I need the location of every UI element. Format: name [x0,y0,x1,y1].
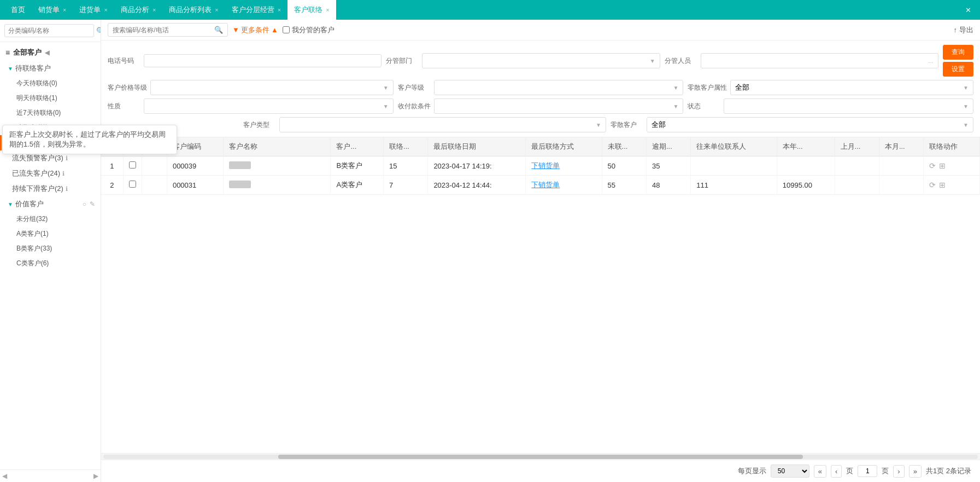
horizontal-scrollbar[interactable] [101,453,980,460]
table-header-row: # ⚙ 客户编码 客户名称 客户... 联络... 最后联络日期 最后联络方式 … [101,137,980,156]
sidebar-item-today[interactable]: 今天待联络(0) [4,76,101,91]
manager-arrow-icon: … [928,58,934,64]
col-unit-contact-header[interactable]: 往来单位联系人 [691,137,777,156]
row2-checkbox[interactable] [129,181,136,188]
col-name-header[interactable]: 客户名称 [223,137,331,156]
info-icon2[interactable]: ℹ [66,155,68,162]
sidebar-collapse-btn[interactable]: ◀ [45,49,49,56]
filter-customer-type-field: 客户类型 ▼ [243,117,606,132]
col-this-year-header[interactable]: 本年... [777,137,835,156]
settings-button[interactable]: 设置 [943,62,973,77]
sidebar-item-churned[interactable]: 已流失客户(24) ℹ [0,166,101,181]
sidebar-nav-right[interactable]: ▶ [93,472,98,480]
dept-select[interactable]: ▼ [422,53,660,68]
edit-icon[interactable]: ○ [83,200,86,208]
nav-home[interactable]: 首页 [4,0,32,20]
row1-unit-contact [691,156,777,176]
col-overdue-header[interactable]: 逾期... [646,137,690,156]
export-button[interactable]: ↑ 导出 [954,25,974,35]
payment-arrow-icon: ▼ [673,103,678,109]
search-icon[interactable]: 🔍 [214,26,223,34]
nav-purchase-order-close[interactable]: × [104,7,107,13]
next-page-btn[interactable]: › [893,465,904,478]
sidebar-item-declining[interactable]: 持续下滑客户(2) ℹ [0,181,101,196]
row2-method-link[interactable]: 下销货单 [531,181,560,189]
sidebar-item-week[interactable]: 近7天待联络(0) [4,106,101,120]
row2-grid-icon[interactable]: ⊞ [939,181,946,189]
nav-customer-contact[interactable]: 客户联络 × [287,0,336,20]
retail-customer-label: 零散客户 [611,120,643,130]
nav-sales-order-close[interactable]: × [63,7,66,13]
triangle-icon: ▼ [8,66,13,72]
scrollbar-track[interactable] [103,455,978,459]
row1-code: 000039 [167,156,223,176]
col-type-header[interactable]: 客户... [331,137,384,156]
nav-product-analysis-list-close[interactable]: × [215,7,218,13]
nav-purchase-order[interactable]: 进货单 × [73,0,114,20]
filter-action-buttons: 查询 设置 [943,45,973,77]
prev-page-btn[interactable]: ‹ [831,465,842,478]
scrollbar-thumb[interactable] [278,455,803,459]
nav-product-analysis-close[interactable]: × [152,7,156,13]
col-last-date-header[interactable]: 最后联络日期 [428,137,526,156]
row2-type: A类客户 [331,176,384,195]
sidebar-item-classA[interactable]: A类客户(1) [4,227,101,241]
payment-select[interactable]: ▼ [434,98,684,114]
first-page-btn[interactable]: « [814,465,826,478]
my-customers-checkbox[interactable] [283,26,290,33]
status-select[interactable]: ▼ [724,98,973,114]
nav-customer-segment[interactable]: 客户分层经营 × [225,0,287,20]
price-level-select[interactable]: ▼ [150,80,394,95]
nav-product-analysis[interactable]: 商品分析 × [114,0,162,20]
search-input[interactable] [113,26,211,34]
row1-num: 1 [101,156,123,176]
col-last-method-header[interactable]: 最后联络方式 [526,137,602,156]
sidebar-item-tomorrow[interactable]: 明天待联络(1) [4,91,101,106]
current-page-input[interactable] [858,465,877,477]
row1-name [223,156,331,176]
filter-manager-field: 分管人员 … [665,53,938,68]
col-last-month-header[interactable]: 上月... [835,137,879,156]
sidebar-all-customers[interactable]: ≡ 全部客户 ◀ [0,44,101,61]
table-area: # ⚙ 客户编码 客户名称 客户... 联络... 最后联络日期 最后联络方式 … [101,137,980,453]
retail-customer-select[interactable]: 全部 ▼ [647,117,973,132]
sidebar-item-classC[interactable]: C类客户(6) [4,256,101,271]
nav-customer-contact-close[interactable]: × [326,7,329,13]
status-arrow-icon: ▼ [963,103,969,109]
nav-sales-order[interactable]: 销货单 × [32,0,73,20]
col-contact-header[interactable]: 联络... [384,137,428,156]
row1-no-contact: 50 [602,156,646,176]
row2-link-icon[interactable]: ⟳ [929,181,936,189]
add-icon[interactable]: ✎ [90,200,95,208]
gender-select[interactable]: ▼ [144,98,394,114]
row1-method-link[interactable]: 下销货单 [531,161,560,170]
per-page-select[interactable]: 50 100 200 [771,464,809,478]
sidebar-search-area: 🔍 [0,20,101,42]
row1-checkbox[interactable] [129,161,136,169]
more-conditions-btn[interactable]: ▼ 更多条件 ▲ [232,25,278,35]
nav-product-analysis-list[interactable]: 商品分析列表 × [162,0,225,20]
customer-level-select[interactable]: ▼ [434,80,684,95]
sidebar-item-classB[interactable]: B类客户(33) [4,241,101,256]
sidebar-search-input[interactable] [4,24,94,37]
row1-grid-icon[interactable]: ⊞ [939,161,946,170]
row1-link-icon[interactable]: ⟳ [929,161,936,170]
nav-customer-segment-close[interactable]: × [278,7,281,13]
col-no-contact-header[interactable]: 未联... [602,137,646,156]
phone-input[interactable] [144,54,382,67]
sidebar-item-ungrouped[interactable]: 未分组(32) [4,212,101,227]
customer-type-select[interactable]: ▼ [279,117,606,132]
window-close-button[interactable]: ✕ [961,6,976,14]
col-this-month-header[interactable]: 本月... [879,137,923,156]
last-page-btn[interactable]: » [909,465,922,478]
retail-attr-select[interactable]: 全部 ▼ [730,80,973,95]
info-icon3[interactable]: ℹ [62,170,64,177]
sidebar-group-value[interactable]: ▼ 价值客户 ○ ✎ [0,196,101,212]
sidebar-nav-left[interactable]: ◀ [2,472,7,480]
sidebar-group-pending[interactable]: ▼ 待联络客户 [0,61,101,76]
info-icon4[interactable]: ℹ [66,185,68,193]
sidebar-search-icon[interactable]: 🔍 [96,27,101,35]
row2-this-month [879,176,923,195]
manager-select[interactable]: … [701,53,938,68]
query-button[interactable]: 查询 [943,45,973,60]
